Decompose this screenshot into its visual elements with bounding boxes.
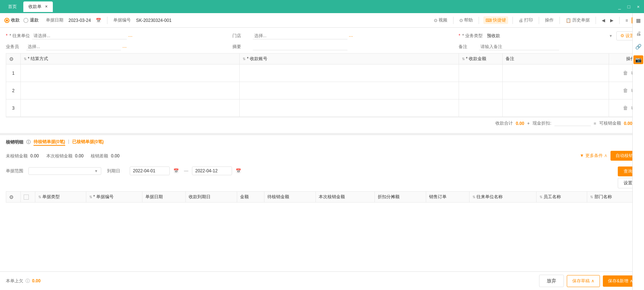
tab-pending-verification[interactable]: 待核销单据(0笔) (34, 139, 65, 146)
th-amount: 金额 (237, 192, 264, 203)
voucher-range-label: 单据范围 (6, 168, 24, 174)
discount-input[interactable] (554, 121, 591, 126)
row-num-2: 2 (6, 82, 21, 99)
sidebar-camera-icon[interactable]: 📷 (633, 55, 643, 64)
settings-icon: ⚙ (620, 33, 624, 38)
cell-settlement-3[interactable] (21, 99, 240, 117)
receipt-type-radio: 收款 退款 (4, 17, 39, 23)
th-sales-order: 销售订单 (426, 192, 470, 203)
shop-label: 门店 (232, 33, 251, 39)
th-bottom-settings: ⚙ (6, 192, 21, 203)
more-conditions-btn[interactable]: ▼ 更多条件 ∧ (580, 153, 608, 159)
due-date-to-input[interactable] (192, 166, 232, 175)
prev-record-btn[interactable]: ◀ (600, 17, 606, 24)
history-btn[interactable]: 📋 历史单据 (564, 16, 591, 24)
current-verify-value: 0.00 (75, 153, 83, 158)
cell-amount-3[interactable] (459, 99, 502, 117)
delete-row-2-icon[interactable]: 🗑 (623, 87, 628, 93)
staff-more-btn[interactable]: ··· (122, 44, 127, 50)
main-content: 收款 退款 单据日期 2023-03-24 📅 单据编号 SK-20230324… (0, 13, 644, 290)
tab-receipts[interactable]: 收款单 × (23, 1, 53, 12)
verification-tabs: 待核销单据(0笔) | 已核销单据(0笔) (34, 139, 104, 146)
sidebar-print-icon[interactable]: 🖨 (635, 29, 643, 38)
maximize-icon[interactable]: □ (626, 3, 632, 10)
cell-amount-2[interactable] (459, 82, 502, 99)
staff-input[interactable] (26, 43, 121, 50)
th-current-amount: 本次核销金额 (315, 192, 375, 203)
save-draft-btn[interactable]: 保存草稿 ∧ (567, 275, 600, 287)
current-amount-value: 0.00 (32, 278, 40, 283)
video-icon: ⊙ (434, 18, 437, 23)
biz-type-value: 预收款 (487, 33, 608, 39)
remark-input[interactable] (479, 43, 559, 50)
help-btn[interactable]: ⊙ 帮助 (458, 16, 474, 24)
th-dept-name: ⇅ 部门名称 (587, 192, 638, 203)
partner-label: * * 往来单位 (6, 33, 30, 39)
shortcut-btn[interactable]: ⌨ 快捷键 (483, 16, 508, 24)
sidebar-table-icon[interactable]: ▦ (635, 16, 642, 25)
sidebar-link-icon[interactable]: 🔗 (634, 42, 643, 51)
th-doc-num: ⇅ * 单据编号 (86, 192, 142, 203)
radio-refund-dot (23, 18, 28, 23)
summary-input[interactable] (253, 43, 347, 50)
voucher-range-select[interactable]: ▼ (28, 167, 101, 175)
minimize-icon[interactable]: _ (617, 3, 622, 10)
shop-more-btn[interactable]: ··· (349, 33, 353, 39)
partner-input[interactable] (32, 32, 127, 39)
window-controls: _ □ × (617, 3, 641, 10)
remark-field: 备注 (459, 43, 638, 50)
th-discount: 折扣分摊额 (375, 192, 426, 203)
help-icon: ⊙ (459, 18, 463, 23)
next-record-btn[interactable]: ▶ (609, 17, 615, 24)
table-settings-icon[interactable]: ⚙ (9, 56, 14, 62)
cell-account-2[interactable] (240, 82, 459, 99)
cell-amount-1[interactable] (459, 64, 502, 82)
row-num-3: 3 (6, 99, 21, 117)
select-all-checkbox[interactable] (24, 195, 29, 200)
layout-btn[interactable]: ≡ (624, 17, 629, 24)
cell-settlement-2[interactable] (21, 82, 240, 99)
biz-type-field: * * 业务类型 预收款 ▼ ⚙ 设置 (459, 31, 638, 40)
due-date-from-input[interactable] (130, 166, 170, 175)
cell-account-1[interactable] (240, 64, 459, 82)
due-date-cal-from-icon[interactable]: 📅 (173, 168, 179, 173)
voucher-range-chevron-icon: ▼ (94, 169, 98, 173)
shop-input[interactable] (253, 32, 347, 39)
cell-remark-3[interactable] (502, 99, 609, 117)
tab-close-icon[interactable]: × (45, 4, 48, 9)
tab-home[interactable]: 首页 (3, 1, 22, 12)
th-due-date: 收款到期日 (185, 192, 237, 203)
th-pending-amount: 待核销金额 (264, 192, 315, 203)
print-btn[interactable]: 🖨 打印 (517, 16, 534, 24)
window-close-icon[interactable]: × (635, 3, 641, 10)
tab-completed-verification[interactable]: 已核销单据(0笔) (72, 139, 104, 146)
verification-info-icon[interactable]: ⓘ (26, 139, 31, 145)
bottom-info-icon[interactable]: ⓘ (25, 278, 30, 284)
biz-type-chevron-icon[interactable]: ▼ (609, 34, 613, 38)
diff-value: 0.00 (111, 153, 119, 158)
delete-row-3-icon[interactable]: 🗑 (623, 105, 628, 111)
th-doc-type: ⇅ 单据类型 (35, 192, 86, 203)
video-btn[interactable]: ⊙ 视频 (432, 16, 449, 24)
abandon-btn[interactable]: 放弃 (539, 275, 564, 287)
table-row: 3 🗑 ⧉ (6, 99, 638, 117)
staff-label: 业务员 (6, 44, 24, 50)
biz-type-label: * * 业务类型 (459, 33, 483, 39)
toolbar-right: ⊙ 视频 ⊙ 帮助 ⌨ 快捷键 🖨 打印 操作 (432, 16, 640, 24)
bottom-table-settings-icon[interactable]: ⚙ (9, 194, 14, 200)
th-remark: 备注 (502, 54, 609, 64)
cell-account-3[interactable] (240, 99, 459, 117)
cell-remark-2[interactable] (502, 82, 609, 99)
calendar-icon[interactable]: 📅 (96, 18, 101, 23)
cell-remark-1[interactable] (502, 64, 609, 82)
draft-chevron-icon: ∧ (591, 278, 594, 283)
verifiable-value: 0.00 (624, 121, 632, 126)
cell-settlement-1[interactable] (21, 64, 240, 82)
delete-row-1-icon[interactable]: 🗑 (623, 70, 628, 76)
partner-more-btn[interactable]: ··· (128, 33, 133, 39)
summary-label: 摘要 (232, 44, 251, 50)
radio-refund[interactable]: 退款 (23, 17, 39, 23)
radio-receipt[interactable]: 收款 (4, 17, 20, 23)
due-date-cal-to-icon[interactable]: 📅 (236, 168, 241, 173)
ops-btn[interactable]: 操作 (543, 16, 555, 24)
